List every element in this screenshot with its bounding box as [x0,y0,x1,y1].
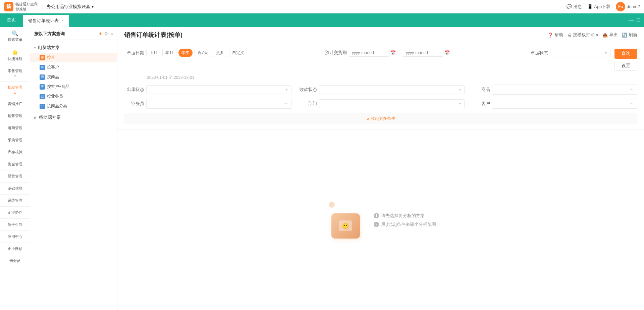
settings-button[interactable]: 设置 [614,61,637,71]
tab-home[interactable]: 首页 [0,13,23,27]
sidebar-item-wholesale[interactable]: 批发管理 ▴ [0,82,30,98]
message-btn[interactable]: 💬 消息 [567,4,582,10]
tab-active[interactable]: 销售订单统计表 × [23,15,69,27]
tree-child-by-goods[interactable]: 商 按商品 [30,72,117,82]
date-btn-custom[interactable]: 自定义 [229,49,247,57]
sidebar-item-retail[interactable]: 零售管理 ▾ [0,65,30,82]
refresh-btn[interactable]: 🔄 刷新 [622,32,637,38]
sidebar-item-appcenter[interactable]: 应用中心 [0,231,30,243]
sidebar-item-guide[interactable]: 新手引导 [0,219,30,231]
filter-row-2: 出库状态 ▾ 收款状态 ▾ 商品 [124,85,637,95]
sidebar-item-basic[interactable]: 基础信息 [0,183,30,195]
scheme-salesman-icon: 业 [40,94,45,99]
calendar-end-icon[interactable]: 📅 [444,50,450,55]
tree-child-by-customer-goods[interactable]: 客 按客户+商品 [30,82,117,92]
sidebar-item-system[interactable]: 系统管理 [0,195,30,207]
tree-parent-desktop[interactable]: ▾ 电脑端方案 [30,43,117,53]
sidebar-item-quicknav[interactable]: ⭐ 快捷导航 [0,46,30,65]
sidebar-item-sales[interactable]: 销售管理 [0,110,30,122]
tree-child-by-category[interactable]: 分 按商品分类 [30,101,117,111]
retail-arrow-icon: ▾ [14,74,16,78]
window-maximize-icon[interactable]: □ [637,17,640,23]
tree-parent-mobile[interactable]: ▶ 移动端方案 [30,112,117,122]
tree-child-by-salesman[interactable]: 业 按业务员 [30,92,117,101]
status-dropdown-icon: ▾ [605,51,607,55]
dept-select[interactable]: ▾ [319,99,464,108]
logo-icon: 畅 [4,2,13,11]
goods-more-icon[interactable]: ··· [629,87,634,93]
user-menu[interactable]: Ea demo2 [616,2,640,11]
expected-date-start[interactable] [349,49,389,57]
date-btn-thismonth[interactable]: 本月 [162,49,176,57]
sidebar-item-search[interactable]: 🔍 搜索菜单 [0,27,30,46]
topbar-right: 💬 消息 📱 App下载 Ea demo2 [567,2,640,11]
breadcrumb-divider: | [42,4,43,9]
scheme-order-icon: 按 [40,55,45,60]
date-filter-group: 上月 本月 本年 近7天 更多 自定义 [146,49,247,57]
refresh-icon: 🔄 [622,33,627,38]
export-btn[interactable]: 📤 导出 [602,32,618,38]
export-icon: 📤 [602,33,608,38]
topbar-title[interactable]: 办公用品行业模拟账套 ▾ [47,4,94,10]
empty-hints: 1 请先选择要分析的方案 2 用[过滤]条件来缩小分析范围 [374,211,436,229]
empty-hint-2: 2 用[过滤]条件来缩小分析范围 [374,220,436,229]
tabbar: 首页 销售订单统计表 × — □ [0,13,644,27]
delivery-dropdown-icon: ▾ [286,87,288,92]
date-label: 单据日期 [124,50,144,56]
date-btn-lastmonth[interactable]: 上月 [146,49,160,57]
expected-date-end[interactable] [403,49,443,57]
empty-box-shape: 😶 [331,213,360,239]
sidebar: 🔍 搜索菜单 ⭐ 快捷导航 零售管理 ▾ 批发管理 ▴ 营销推广 销售管理 电商… [0,27,30,310]
tree-child-by-customer[interactable]: 客 按客户 [30,62,117,72]
date-btn-thisyear[interactable]: 本年 [178,49,193,57]
sidebar-item-member[interactable]: 畅会员 [0,255,30,267]
salesman-input[interactable]: ··· [146,99,291,109]
sidebar-item-inventory[interactable]: 库存核算 [0,146,30,158]
sidebar-item-finance[interactable]: 资金管理 [0,158,30,170]
print-btn[interactable]: 🖨 按模板打印 ▾ [567,32,598,38]
edit-scheme-icon[interactable]: ⚙ [104,31,108,37]
sidebar-item-operations[interactable]: 经营管理 [0,170,30,183]
date-btn-more[interactable]: 更多 [213,49,227,57]
date-btn-7days[interactable]: 近7天 [195,49,211,57]
tab-close-icon[interactable]: × [61,18,64,23]
sidebar-item-marketing[interactable]: 营销推广 [0,98,30,110]
left-panel-actions: + ⚙ « [99,31,113,37]
empty-state-inner: 😶 1 请先选择要分析的方案 2 用[过滤]条件来缩小分析 [325,202,436,239]
scheme-category-icon: 分 [40,104,45,109]
sidebar-item-ecommerce[interactable]: 电商管理 [0,122,30,134]
hint-num-2: 2 [374,222,379,227]
logo-box: 畅 畅捷通好生意 标准版 [4,2,38,11]
topbar-left: 畅 畅捷通好生意 标准版 | 办公用品行业模拟账套 ▾ [4,2,94,11]
empty-box-face: 😶 [339,220,352,231]
calendar-start-icon[interactable]: 📅 [390,50,396,55]
status-label: 单据状态 [528,50,548,56]
main-content: 销售订单统计表(按单) ❓ 帮助 🖨 按模板打印 ▾ 📤 导出 [117,27,644,310]
customer-more-icon[interactable]: ··· [629,101,634,107]
help-btn[interactable]: ❓ 帮助 [548,32,563,38]
payment-select[interactable]: ▾ [319,85,464,94]
app-icon: 📱 [587,4,593,9]
hint-num-1: 1 [374,213,379,218]
app-download-btn[interactable]: 📱 App下载 [587,4,610,10]
tree-child-by-order[interactable]: 按 按单 [30,53,117,62]
collapse-panel-icon[interactable]: « [110,31,113,37]
goods-input[interactable]: ··· [492,85,637,95]
delivery-label: 出库状态 [124,87,144,93]
customer-input[interactable]: ··· [492,99,637,109]
collapse-filter-btn[interactable]: ∧ 收起更多条件 [124,113,637,124]
search-icon: 🔍 [12,30,18,37]
status-select[interactable]: ▾ [550,49,610,57]
collapse-icon: ∧ [367,116,370,121]
salesman-more-icon[interactable]: ··· [283,101,288,107]
sidebar-item-wechat[interactable]: 企业微信 [0,243,30,255]
help-icon: ❓ [548,33,553,38]
delivery-select[interactable]: ▾ [146,85,291,94]
sidebar-item-purchase[interactable]: 采购管理 [0,134,30,146]
dropdown-icon[interactable]: ▾ [92,4,94,9]
sidebar-item-enterprise[interactable]: 企业协同 [0,207,30,219]
add-scheme-icon[interactable]: + [99,31,102,37]
query-button[interactable]: 查询 [614,49,637,59]
dept-label: 部门 [297,101,317,107]
window-minimize-icon[interactable]: — [629,17,634,23]
